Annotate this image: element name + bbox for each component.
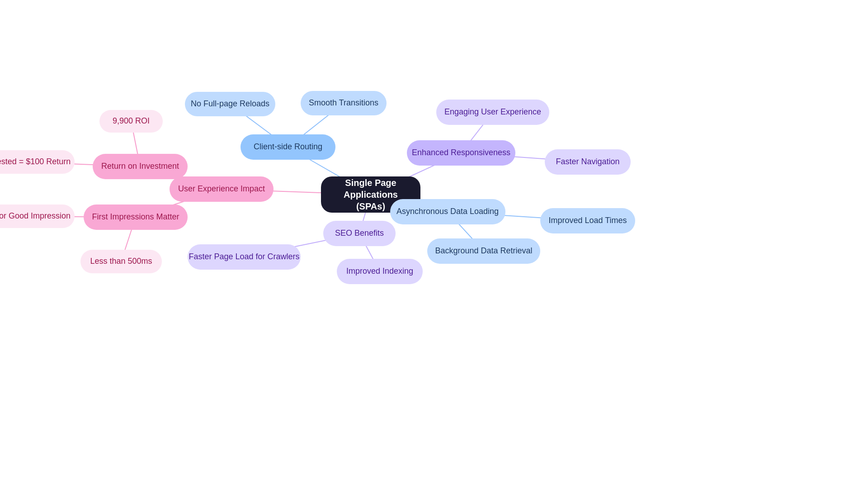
9900-roi[interactable]: 9,900 ROI (99, 110, 163, 133)
client-side-routing[interactable]: Client-side Routing (241, 134, 335, 160)
first-impressions[interactable]: First Impressions Matter (84, 205, 188, 230)
background-data-retrieval[interactable]: Background Data Retrieval (427, 238, 540, 264)
dollar-invested[interactable]: $1 Invested = $100 Return (0, 150, 75, 174)
smooth-transitions[interactable]: Smooth Transitions (301, 91, 387, 115)
improved-indexing[interactable]: Improved Indexing (337, 259, 423, 284)
improved-load-times[interactable]: Improved Load Times (540, 208, 635, 233)
asynchronous-data-loading[interactable]: Asynchronous Data Loading (390, 199, 505, 224)
return-on-investment[interactable]: Return on Investment (93, 154, 188, 179)
no-full-page-reloads[interactable]: No Full-page Reloads (185, 92, 275, 116)
seo-benefits[interactable]: SEO Benefits (323, 221, 396, 246)
50ms-impression[interactable]: 50ms for Good Impression (0, 205, 75, 228)
engaging-user-experience[interactable]: Engaging User Experience (436, 100, 549, 125)
enhanced-responsiveness[interactable]: Enhanced Responsiveness (407, 140, 515, 166)
faster-navigation[interactable]: Faster Navigation (545, 149, 631, 175)
user-experience-impact[interactable]: User Experience Impact (170, 176, 274, 202)
less-than-500ms[interactable]: Less than 500ms (80, 250, 162, 273)
faster-page-load-crawlers[interactable]: Faster Page Load for Crawlers (188, 244, 301, 270)
